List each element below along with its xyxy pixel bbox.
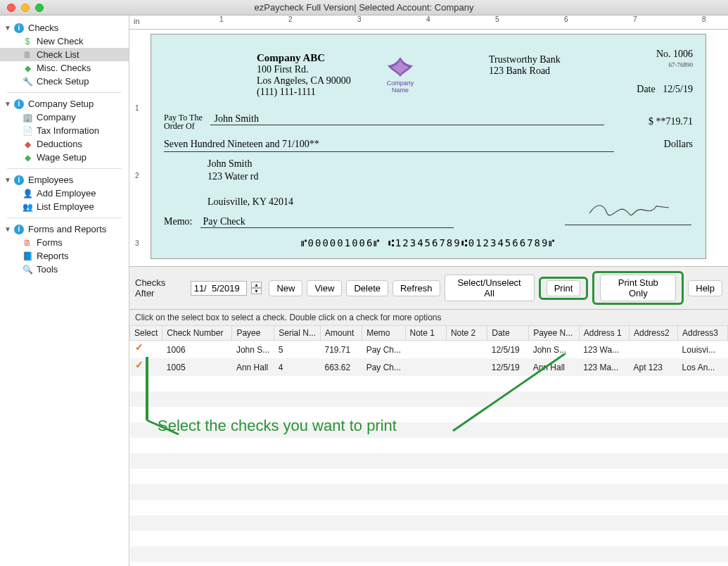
sidebar-item-label: List Employee [37,201,94,212]
signature-line [565,199,691,225]
table-row[interactable]: 1005Ann Hall4663.62Pay Ch...12/5/19Ann H… [130,358,728,376]
sidebar-item-company[interactable]: 🏢Company [0,111,129,124]
company-logo-icon: Company Name [383,56,417,94]
checks-after-date-input[interactable] [191,281,247,296]
main-pane: in 12345678 123 Company ABC 100 First Rd… [129,15,728,566]
col-check-number[interactable]: Check Number [162,326,232,341]
sidebar-item-tax-information[interactable]: 📄Tax Information [0,124,129,137]
maximize-icon[interactable] [35,4,44,12]
col-note-2[interactable]: Note 2 [446,326,487,341]
company-addr2: Los Angeles, CA 90000 [257,75,351,86]
check-date: Date 12/5/19 [637,84,693,95]
sidebar-item-forms[interactable]: 🗎Forms [0,236,129,249]
sidebar-item-wage-setup[interactable]: ◆Wage Setup [0,151,129,164]
sidebar-item-misc-checks[interactable]: ◆Misc. Checks [0,61,129,75]
item-icon: 📄 [23,126,32,136]
titlebar: ezPaycheck Full Version| Selected Accoun… [0,0,728,15]
table-row[interactable]: 1006John S...5719.71Pay Ch...12/5/19John… [130,341,728,359]
check-amount: $ **719.71 [649,116,693,127]
sidebar-item-deductions[interactable]: ◆Deductions [0,137,129,151]
company-block: Company ABC 100 First Rd. Los Angeles, C… [257,52,351,98]
date-stepper[interactable]: ▲▼ [251,282,262,294]
item-icon: 🏢 [23,113,32,122]
item-icon: 🗎 [23,50,32,60]
payee-address: John Smith 123 Water rd Louisville, KY 4… [207,158,293,208]
sidebar-item-label: Misc. Checks [37,63,91,73]
sidebar-item-add-employee[interactable]: 👤Add Employee [0,187,129,200]
info-icon: i [14,23,24,33]
sidebar-item-label: Add Employee [37,188,96,199]
select-checkbox-icon[interactable] [134,343,146,354]
sidebar-group-company-setup[interactable]: ▼iCompany Setup [0,97,129,111]
info-icon: i [14,99,24,109]
view-button[interactable]: View [307,280,342,296]
col-memo[interactable]: Memo [362,326,405,341]
col-amount[interactable]: Amount [320,326,362,341]
table-hint: Click on the select box to select a chec… [129,310,728,325]
bank-name: Trustworthy Bank [489,54,561,65]
item-icon: 📘 [23,251,32,261]
item-icon: $ [23,37,32,46]
select-checkbox-icon[interactable] [134,360,146,372]
sidebar-item-label: Reports [37,251,69,261]
micr-line: ⑈000001006⑈ ⑆123456789⑆01234566789⑈ [151,237,705,249]
sidebar-item-check-setup[interactable]: 🔧Check Setup [0,75,129,88]
col-payee-n-[interactable]: Payee N... [529,326,580,341]
dollars-label: Dollars [664,139,693,150]
col-payee[interactable]: Payee [232,326,274,341]
sidebar-group-checks[interactable]: ▼iChecks [0,21,129,34]
close-icon[interactable] [7,4,15,12]
company-name: Company ABC [257,52,325,63]
sidebar-item-label: Check List [37,49,79,60]
sidebar-item-check-list[interactable]: 🗎Check List [0,48,129,61]
col-select[interactable]: Select [130,326,162,341]
check-preview-area: 123 Company ABC 100 First Rd. Los Angele… [129,30,728,267]
window-title: ezPaycheck Full Version| Selected Accoun… [0,2,728,13]
sidebar-item-tools[interactable]: 🔍Tools [0,263,129,276]
col-address2[interactable]: Address2 [630,326,678,341]
col-address-1[interactable]: Address 1 [579,326,629,341]
delete-button[interactable]: Delete [346,280,388,296]
item-icon: ◆ [23,153,32,163]
sidebar-item-list-employee[interactable]: 👥List Employee [0,200,129,213]
check-preview: Company ABC 100 First Rd. Los Angeles, C… [151,34,706,259]
print-button[interactable]: Print [547,280,581,296]
sidebar-item-reports[interactable]: 📘Reports [0,249,129,263]
amount-words: Seven Hundred Nineteen and 71/100** [164,139,614,152]
help-button[interactable]: Help [688,280,722,296]
new-button[interactable]: New [269,280,302,296]
sidebar-item-new-check[interactable]: $New Check [0,34,129,48]
col-address3[interactable]: Address3 [678,326,728,341]
bank-addr: 123 Bank Road [489,65,550,76]
sidebar: ▼iChecks$New Check🗎Check List◆Misc. Chec… [0,15,129,566]
horizontal-ruler: in 12345678 [129,15,728,30]
checks-table: SelectCheck NumberPayeeSerial N...Amount… [129,325,728,566]
select-unselect-all-button[interactable]: Select/Unselect All [445,275,535,301]
pay-to-line: Pay To TheOrder Of John Smith [164,113,691,130]
checks-after-label: Checks After [135,277,186,298]
company-phone: (111) 111-1111 [257,87,316,97]
item-icon: 👥 [23,202,32,212]
sidebar-item-label: Company [37,112,76,122]
item-icon: 🔧 [23,77,32,87]
sidebar-item-label: Tools [37,264,58,275]
app-window: ezPaycheck Full Version| Selected Accoun… [0,0,728,566]
sidebar-item-label: Wage Setup [37,152,87,163]
col-date[interactable]: Date [487,326,529,341]
item-icon: ◆ [23,63,32,73]
sidebar-item-label: Tax Information [37,125,99,136]
memo-line: Memo: Pay Check [164,216,466,228]
sidebar-item-label: Check Setup [37,76,89,87]
minimize-icon[interactable] [21,4,30,12]
refresh-button[interactable]: Refresh [392,280,440,296]
print-stub-only-button[interactable]: Print Stub Only [600,275,676,301]
sidebar-group-employees[interactable]: ▼iEmployees [0,173,129,187]
col-serial-n-[interactable]: Serial N... [274,326,321,341]
company-addr1: 100 First Rd. [257,64,309,75]
item-icon: ◆ [23,139,32,149]
bank-block: Trustworthy Bank 123 Bank Road [489,54,561,77]
col-note-1[interactable]: Note 1 [405,326,446,341]
info-icon: i [14,225,24,234]
sidebar-group-forms-and-reports[interactable]: ▼iForms and Reports [0,222,129,236]
sidebar-item-label: Deductions [37,139,82,149]
